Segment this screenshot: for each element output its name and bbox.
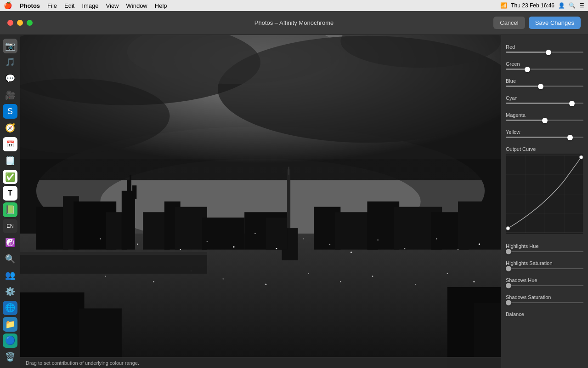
highlights-hue-label: Highlights Hue <box>506 243 583 249</box>
svg-point-47 <box>265 283 266 285</box>
cyan-label: Cyan <box>506 95 583 101</box>
svg-point-49 <box>340 281 341 282</box>
magenta-slider[interactable] <box>506 120 583 121</box>
sidebar-app-contacts[interactable]: 👥 <box>3 268 17 282</box>
sidebar-app-calendar[interactable]: 📅 <box>3 137 17 152</box>
minimize-button[interactable] <box>17 20 23 26</box>
sidebar-app-evernote[interactable]: 📗 <box>3 202 17 217</box>
main-window: Photos – Affinity Monochrome Cancel Save… <box>0 11 588 368</box>
sidebar-app-lang[interactable]: EN <box>3 219 17 234</box>
shadows-hue-label: Shadows Hue <box>506 277 583 283</box>
svg-rect-66 <box>506 155 583 233</box>
svg-point-48 <box>308 273 309 274</box>
sidebar-app-blue1[interactable]: 🌐 <box>3 301 17 316</box>
output-curve-label: Output Curve <box>506 146 583 152</box>
photo-image <box>20 35 501 368</box>
svg-rect-27 <box>458 201 501 250</box>
red-slider-row <box>506 52 583 53</box>
search-icon[interactable]: 🔍 <box>569 2 576 9</box>
svg-rect-12 <box>132 185 136 199</box>
sidebar-app-settings[interactable]: ⚙️ <box>3 284 17 299</box>
shadows-sat-slider-row <box>506 302 583 303</box>
blue-slider-row <box>506 86 583 87</box>
sidebar-app-facetime[interactable]: 🎥 <box>3 88 17 103</box>
right-panel: Red Green Blue <box>501 35 588 368</box>
svg-point-44 <box>153 281 154 282</box>
menu-window[interactable]: Window <box>126 2 147 9</box>
svg-point-34 <box>276 248 277 249</box>
output-curve-svg <box>506 154 583 234</box>
svg-rect-11 <box>130 175 131 185</box>
sidebar-app-yin[interactable]: ☯️ <box>3 235 17 250</box>
menu-edit[interactable]: Edit <box>64 2 74 9</box>
svg-point-30 <box>180 249 181 250</box>
list-icon[interactable]: ☰ <box>579 2 584 9</box>
photo-area: Drag to set contribution of underlying c… <box>20 35 501 368</box>
shadows-sat-label: Shadows Saturation <box>506 294 583 300</box>
menu-file[interactable]: File <box>47 2 57 9</box>
svg-point-43 <box>105 276 106 277</box>
svg-point-37 <box>351 252 352 253</box>
svg-rect-18 <box>288 167 289 174</box>
shadows-hue-slider[interactable] <box>506 285 583 286</box>
menu-image[interactable]: Image <box>82 2 98 9</box>
cyan-slider[interactable] <box>506 103 583 104</box>
blue-slider[interactable] <box>506 86 583 87</box>
sidebar-app-notes[interactable]: 🗒️ <box>3 153 17 168</box>
shadows-sat-slider[interactable] <box>506 302 583 303</box>
sidebar-app-photos[interactable]: 📷 <box>3 39 17 53</box>
wifi-icon: 📶 <box>500 2 507 9</box>
svg-point-51 <box>415 284 416 285</box>
shadows-hue-slider-row <box>506 285 583 286</box>
traffic-lights <box>0 20 33 26</box>
magenta-slider-row <box>506 120 583 121</box>
app-name[interactable]: Photos <box>20 2 40 9</box>
highlights-sat-label: Highlights Saturation <box>506 260 583 266</box>
sidebar-app-blue3[interactable]: 🔵 <box>3 334 17 348</box>
yellow-label: Yellow <box>506 129 583 135</box>
menu-help[interactable]: Help <box>155 2 167 9</box>
svg-point-38 <box>378 240 379 241</box>
close-button[interactable] <box>7 20 13 26</box>
sidebar-app-music[interactable]: 🎵 <box>3 55 17 70</box>
svg-point-33 <box>254 233 255 234</box>
output-curve-container[interactable] <box>506 154 583 234</box>
status-text: Drag to set contribution of underlying c… <box>26 360 139 366</box>
yellow-slider[interactable] <box>506 137 583 138</box>
maximize-button[interactable] <box>27 20 33 26</box>
green-slider[interactable] <box>506 69 583 70</box>
save-button[interactable]: Save Changes <box>529 17 581 29</box>
svg-point-53 <box>473 281 475 282</box>
sidebar-app-reminders[interactable]: ✅ <box>3 170 17 184</box>
sidebar-icons: 📷 🎵 💬 🎥 S 🧭 📅 🗒️ ✅ T 📗 EN ☯️ 🔍 👥 ⚙️ 🌐 📁 … <box>0 35 20 368</box>
svg-point-41 <box>458 249 458 250</box>
titlebar: Photos – Affinity Monochrome Cancel Save… <box>0 11 588 35</box>
sidebar-app-blue2[interactable]: 📁 <box>3 317 17 332</box>
titlebar-actions: Cancel Save Changes <box>493 17 588 29</box>
status-bar: Drag to set contribution of underlying c… <box>20 357 501 368</box>
apple-menu[interactable]: 🍎 <box>4 1 12 10</box>
menu-view[interactable]: View <box>106 2 119 9</box>
menubar: 🍎 Photos File Edit Image View Window Hel… <box>0 0 588 11</box>
highlights-hue-slider-row <box>506 251 583 252</box>
svg-point-36 <box>329 244 330 245</box>
highlights-sat-slider-row <box>506 268 583 269</box>
svg-rect-54 <box>20 252 207 273</box>
sidebar-app-zoom[interactable]: 🔍 <box>3 252 17 266</box>
svg-point-29 <box>137 244 138 245</box>
highlights-sat-slider[interactable] <box>506 268 583 269</box>
sidebar-app-messages[interactable]: 💬 <box>3 71 17 86</box>
sidebar-app-trash[interactable]: 🗑️ <box>3 350 17 364</box>
sidebar-app-safari[interactable]: 🧭 <box>3 121 17 135</box>
sidebar-app-skype[interactable]: S <box>3 104 17 119</box>
cancel-button[interactable]: Cancel <box>493 17 525 29</box>
svg-point-28 <box>100 238 101 239</box>
sidebar-app-texteditor[interactable]: T <box>3 186 17 201</box>
green-label: Green <box>506 61 583 67</box>
svg-point-46 <box>222 278 223 279</box>
red-slider[interactable] <box>506 52 583 53</box>
red-label: Red <box>506 44 583 50</box>
highlights-hue-slider[interactable] <box>506 251 583 252</box>
svg-point-39 <box>404 248 405 249</box>
window-title: Photos – Affinity Monochrome <box>254 19 334 26</box>
